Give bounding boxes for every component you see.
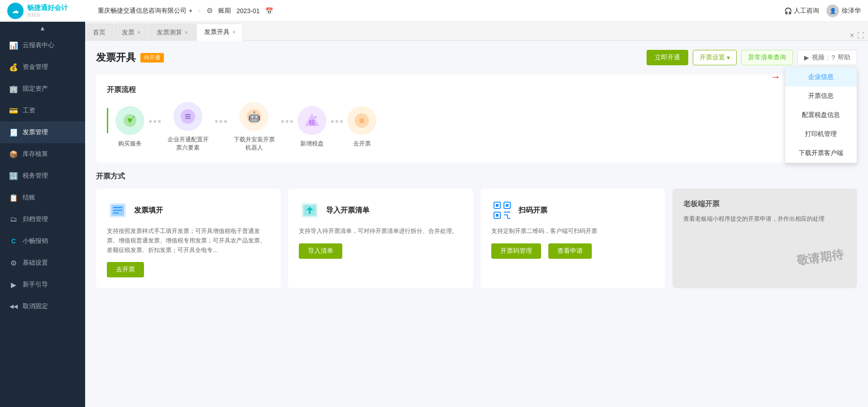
video-help-button[interactable]: ▶ 视频 | ? 帮助 bbox=[797, 50, 857, 65]
top-right: 🎧 人工咨询 👤 徐泽华 bbox=[784, 5, 861, 17]
flow-step-download-label: 下载并安装开票机器人 bbox=[231, 136, 277, 152]
flow-step-config-icon: ≡ bbox=[173, 102, 202, 131]
sidebar-item-xinshou[interactable]: ▶ 新手引导 bbox=[0, 274, 85, 296]
flow-connector-2 bbox=[214, 120, 228, 123]
flow-connector-3 bbox=[280, 120, 294, 123]
sidebar-item-label: 云报表中心 bbox=[23, 41, 54, 49]
sidebar-item-jiezhang[interactable]: 📋 结账 bbox=[0, 187, 85, 208]
methods-grid: 发票填开 支持按照发票样式手工填开发票；可开具增值税电子普通发票、增值税普通发票… bbox=[96, 189, 857, 288]
logo-icon: ☁ bbox=[7, 3, 24, 19]
method-scan-header: 扫码开票 bbox=[491, 199, 654, 221]
tab-bar: 首页 发票 × 发票测算 × 发票开具 × × ⛶ bbox=[85, 22, 868, 41]
activate-button[interactable]: 立即开通 bbox=[647, 50, 688, 65]
import-list-button[interactable]: 导入清单 bbox=[299, 243, 342, 259]
sidebar-item-xiaochang[interactable]: C 小畅报销 bbox=[0, 230, 85, 252]
dropdown-item-xiazai[interactable]: 下载开票客户端 bbox=[785, 144, 857, 163]
company-selector[interactable]: 重庆畅捷交通信息咨询有限公司 ▾ bbox=[98, 7, 192, 15]
method-scan-desc: 支持定制开票二维码，客户端可扫码开票 bbox=[491, 227, 654, 236]
sidebar-item-fapiao[interactable]: 🧾 发票管理 bbox=[0, 121, 85, 143]
close-window-button[interactable]: × bbox=[849, 31, 854, 40]
sidebar-item-gongzi[interactable]: 💳 工资 bbox=[0, 100, 85, 121]
qrcode-manage-button[interactable]: 开票码管理 bbox=[491, 243, 541, 259]
red-arrow: → bbox=[771, 71, 781, 83]
method-scan-buttons: 开票码管理 查看申请 bbox=[491, 243, 654, 259]
tab-fapiao-label: 发票 bbox=[122, 29, 134, 37]
method-import-header: 导入开票清单 bbox=[299, 199, 462, 221]
archive-icon: 🗂 bbox=[9, 215, 18, 224]
dropdown-item-qiye[interactable]: 企业信息 bbox=[785, 68, 857, 87]
flow-connector-4 bbox=[330, 120, 344, 123]
svg-text:+: + bbox=[132, 114, 135, 120]
tab-fapiaokuju[interactable]: 发票开具 × bbox=[197, 24, 243, 41]
close-tab-fapiaosuansuan[interactable]: × bbox=[185, 29, 188, 36]
flow-step-tax-label: 新增税盘 bbox=[300, 140, 324, 148]
sidebar-item-kucun[interactable]: 📦 库存核算 bbox=[0, 143, 85, 165]
sidebar-item-label: 归档管理 bbox=[23, 215, 48, 223]
tab-controls: × ⛶ bbox=[849, 31, 868, 40]
username: 徐泽华 bbox=[842, 7, 861, 15]
import-icon bbox=[299, 199, 321, 221]
invoice-icon: 🧾 bbox=[9, 128, 18, 137]
sidebar-item-zijin[interactable]: 💰 资金管理 bbox=[0, 56, 85, 78]
dropdown-item-peizhi[interactable]: 配置税盘信息 bbox=[785, 106, 857, 125]
play-icon: ▶ bbox=[9, 280, 18, 289]
calendar-icon[interactable]: 📅 bbox=[265, 7, 273, 15]
view-apply-button[interactable]: 查看申请 bbox=[548, 243, 592, 259]
dropdown-item-kaipiao[interactable]: 开票信息 bbox=[785, 87, 857, 106]
flow-step-add-tax: 税+ 新增税盘 bbox=[297, 106, 326, 148]
page-title-area: 发票开具 待开通 bbox=[96, 51, 164, 64]
scroll-up-button[interactable]: ▲ bbox=[0, 22, 85, 34]
box-icon: 📦 bbox=[9, 150, 18, 159]
sidebar-item-label: 税务管理 bbox=[23, 172, 48, 180]
sidebar-item-jichu[interactable]: ⚙ 基础设置 bbox=[0, 252, 85, 274]
flow-step-download-icon: 🤖 bbox=[240, 102, 269, 131]
svg-rect-23 bbox=[496, 214, 499, 217]
dropdown-item-label: 下载开票客户端 bbox=[799, 149, 843, 156]
dropdown-item-label: 企业信息 bbox=[808, 73, 834, 80]
method-card-scan: 扫码开票 支持定制开票二维码，客户端可扫码开票 开票码管理 查看申请 bbox=[480, 189, 665, 288]
settings-button[interactable]: 开票设置 ▾ 企业信息 → bbox=[693, 50, 737, 65]
logo-area: ☁ 畅捷通好会计 旗舰版 bbox=[7, 3, 92, 19]
tab-fapiaokuju-label: 发票开具 bbox=[204, 28, 230, 36]
sidebar-item-cancel[interactable]: ◀◀ 取消固定 bbox=[0, 296, 85, 317]
dropdown-item-dayinji[interactable]: 打印机管理 bbox=[785, 125, 857, 144]
settings-icon[interactable]: ⚙ bbox=[206, 6, 213, 15]
card-icon: 💳 bbox=[9, 106, 18, 115]
sidebar-item-yunbao[interactable]: 📊 云报表中心 bbox=[0, 34, 85, 56]
close-tab-fapiaokuju[interactable]: × bbox=[232, 29, 235, 35]
help-label: 帮助 bbox=[838, 53, 850, 62]
header-actions: 立即开通 开票设置 ▾ 企业信息 → bbox=[647, 50, 857, 65]
methods-section: 开票方式 发票填开 支持按照发票样式手工填开发票；可开具增值税电子普通发票、增值… bbox=[96, 172, 857, 288]
svg-rect-22 bbox=[496, 204, 499, 207]
user-area[interactable]: 👤 徐泽华 bbox=[826, 5, 861, 17]
scan-icon bbox=[491, 199, 513, 221]
close-tab-fapiao[interactable]: × bbox=[137, 29, 140, 36]
sidebar: ▲ 📊 云报表中心 💰 资金管理 🏢 固定资产 💳 工资 🧾 发票管理 bbox=[0, 22, 85, 407]
dropdown-item-label: 配置税盘信息 bbox=[802, 111, 840, 118]
support-button[interactable]: 🎧 人工咨询 bbox=[784, 7, 819, 15]
svg-text:≡: ≡ bbox=[359, 116, 364, 126]
tab-fapiao[interactable]: 发票 × bbox=[114, 24, 148, 41]
building-icon: 🏢 bbox=[9, 84, 18, 93]
chevron-down-icon: ▾ bbox=[189, 8, 192, 14]
tab-home[interactable]: 首页 bbox=[85, 24, 113, 41]
tab-fapiaosuansuan[interactable]: 发票测算 × bbox=[149, 24, 196, 41]
fill-invoice-button[interactable]: 去开票 bbox=[107, 262, 144, 277]
page-content: 发票开具 待开通 立即开通 开票设置 ▾ 企业信息 bbox=[85, 41, 868, 407]
sidebar-item-guidang[interactable]: 🗂 归档管理 bbox=[0, 208, 85, 230]
flow-step-buy-label: 购买服务 bbox=[118, 140, 142, 148]
exception-button[interactable]: 异常清单查询 bbox=[741, 50, 793, 65]
sidebar-item-label: 工资 bbox=[23, 107, 35, 115]
methods-section-title: 开票方式 bbox=[96, 172, 857, 181]
sidebar-item-shuiwu[interactable]: 🔢 税务管理 bbox=[0, 165, 85, 187]
sidebar-item-label: 小畅报销 bbox=[23, 237, 48, 245]
flow-step-invoice-icon: ≡ bbox=[347, 106, 376, 135]
maximize-button[interactable]: ⛶ bbox=[857, 32, 864, 40]
logo-sub: 旗舰版 bbox=[27, 12, 68, 18]
method-fill-buttons: 去开票 bbox=[107, 262, 270, 277]
sidebar-item-gudingzichan[interactable]: 🏢 固定资产 bbox=[0, 78, 85, 100]
method-import-title: 导入开票清单 bbox=[326, 206, 369, 215]
avatar: 👤 bbox=[826, 5, 839, 17]
flow-connector-1 bbox=[148, 120, 162, 123]
method-scan-title: 扫码开票 bbox=[518, 206, 547, 215]
